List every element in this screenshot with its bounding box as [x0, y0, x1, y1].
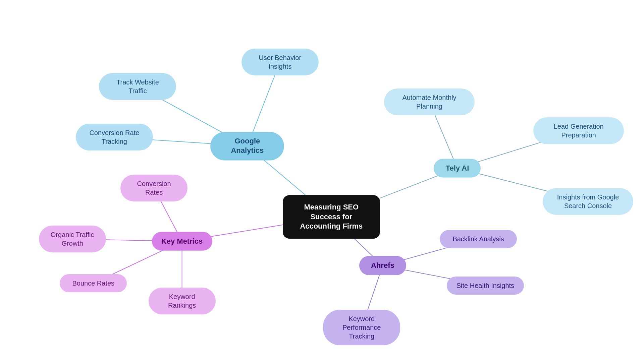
node-conversion_rate_tracking[interactable]: Conversion Rate Tracking	[76, 124, 153, 150]
node-keyword_rankings[interactable]: Keyword Rankings	[149, 288, 216, 314]
node-bounce_rates[interactable]: Bounce Rates	[60, 274, 127, 292]
node-automate_monthly_planning[interactable]: Automate Monthly Planning	[384, 88, 475, 115]
node-site_health_insights[interactable]: Site Health Insights	[447, 277, 524, 295]
mindmap-svg	[0, 0, 644, 363]
node-lead_generation_preparation[interactable]: Lead Generation Preparation	[533, 117, 624, 144]
node-center[interactable]: Measuring SEO Success for Accounting Fir…	[283, 195, 380, 239]
node-google_analytics[interactable]: Google Analytics	[210, 132, 284, 160]
node-conversion_rates[interactable]: Conversion Rates	[120, 175, 187, 201]
node-backlink_analysis[interactable]: Backlink Analysis	[440, 230, 517, 248]
node-keyword_performance_tracking[interactable]: Keyword Performance Tracking	[323, 310, 400, 345]
node-insights_google_search_console[interactable]: Insights from Google Search Console	[543, 188, 633, 215]
node-ahrefs[interactable]: Ahrefs	[359, 256, 406, 275]
node-organic_traffic_growth[interactable]: Organic Traffic Growth	[39, 226, 106, 252]
node-user_behavior_insights[interactable]: User Behavior Insights	[241, 49, 319, 75]
node-key_metrics[interactable]: Key Metrics	[152, 232, 212, 251]
node-tely_ai[interactable]: Tely AI	[434, 159, 481, 178]
node-track_website_traffic[interactable]: Track Website Traffic	[99, 73, 176, 100]
